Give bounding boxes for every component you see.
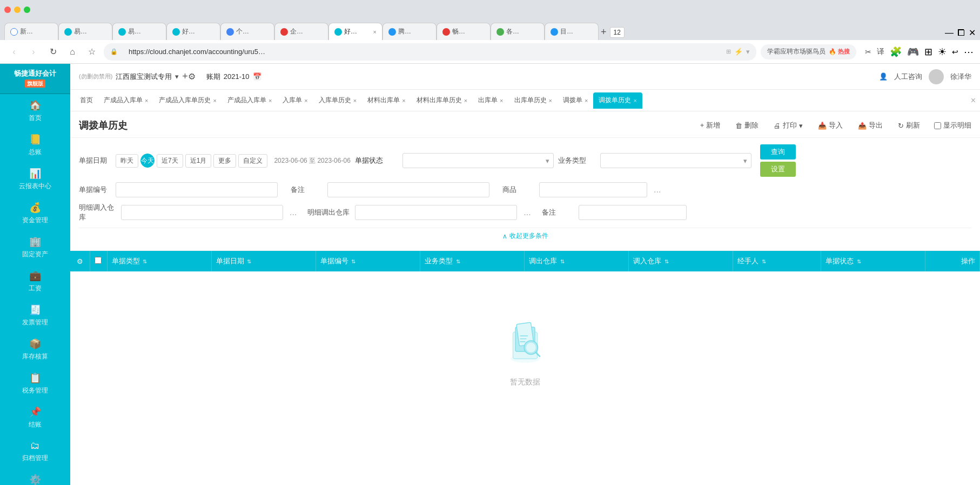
grid-view-btn[interactable]: ⊞ — [924, 46, 932, 58]
page-tab-1[interactable]: 产成品入库单 × — [98, 92, 153, 109]
out-warehouse-dots[interactable]: ... — [523, 208, 531, 217]
page-tab-5-close[interactable]: × — [353, 97, 357, 104]
remark-input[interactable] — [327, 182, 489, 197]
page-tab-4[interactable]: 入库单 × — [277, 92, 313, 109]
browser-tab-4[interactable]: 好… — [166, 23, 220, 40]
address-bar-wrap[interactable]: 🔒 ⊞ ⚡ ▾ — [104, 43, 756, 61]
browser-tab-1[interactable]: 新… — [4, 23, 58, 40]
page-tab-8[interactable]: 出库单 × — [473, 92, 508, 109]
page-tab-1-close[interactable]: × — [145, 97, 148, 104]
browser-tab-8[interactable]: 腾… — [382, 23, 437, 40]
th-handler[interactable]: 经手人 ⇅ — [733, 251, 821, 271]
th-out-warehouse[interactable]: 调出仓库 ⇅ — [525, 251, 629, 271]
browser-tab-5[interactable]: 个… — [220, 23, 274, 40]
page-tab-11[interactable]: 调拨单历史 × — [593, 92, 642, 109]
gamepad-btn[interactable]: 🎮 — [907, 46, 919, 58]
undo-btn[interactable]: ↩ — [952, 48, 958, 56]
remark2-input[interactable] — [579, 205, 687, 220]
sidebar-item-invoice[interactable]: 🧾 发票管理 — [0, 298, 70, 333]
page-tab-3[interactable]: 产成品入库单 × — [222, 92, 277, 109]
browser-tab-10[interactable]: 各… — [491, 23, 545, 40]
date-custom-btn[interactable]: 自定义 — [238, 154, 267, 168]
page-tab-7[interactable]: 材料出库单历史 × — [411, 92, 473, 109]
th-doc-date[interactable]: 单据日期 ⇅ — [211, 251, 316, 271]
maximize-btn[interactable] — [24, 6, 30, 13]
page-tab-home[interactable]: 首页 — [75, 92, 98, 109]
sidebar-item-settings[interactable]: ⚙️ 基础设置 — [0, 468, 70, 485]
date-more-btn[interactable]: 更多 — [213, 154, 236, 168]
status-select[interactable] — [402, 153, 554, 168]
date-yesterday-btn[interactable]: 昨天 — [116, 154, 138, 168]
win-minimize[interactable]: — — [945, 28, 954, 38]
tab-close-7[interactable]: × — [373, 29, 377, 35]
goods-dots[interactable]: ... — [654, 185, 661, 195]
sidebar-item-closing[interactable]: 📌 结账 — [0, 401, 70, 435]
browser-tab-3[interactable]: 易… — [112, 23, 166, 40]
print-btn[interactable]: 🖨 打印 ▾ — [768, 118, 808, 133]
browser-search-box[interactable]: 学霸应聘市场驱鸟员 🔥 热搜 — [761, 44, 856, 59]
goods-input[interactable] — [539, 182, 647, 197]
more-btn[interactable]: ⋯ — [964, 46, 974, 58]
tab-count[interactable]: 12 — [610, 27, 625, 38]
page-tab-9[interactable]: 出库单历史 × — [509, 92, 558, 109]
win-close[interactable]: ✕ — [969, 28, 976, 38]
page-tab-6[interactable]: 材料出库单 × — [362, 92, 411, 109]
browser-tab-2[interactable]: 易… — [58, 23, 112, 40]
docno-input[interactable] — [116, 182, 278, 197]
address-input[interactable] — [121, 44, 723, 60]
sidebar-item-tax[interactable]: 📋 税务管理 — [0, 367, 70, 401]
th-in-warehouse[interactable]: 调入仓库 ⇅ — [629, 251, 733, 271]
page-tab-11-close[interactable]: × — [633, 97, 636, 104]
type-select[interactable] — [600, 153, 751, 168]
gear-icon-wrap[interactable]: ⚙ — [75, 257, 85, 265]
sidebar-item-finance[interactable]: 💰 资金管理 — [0, 196, 70, 230]
browser-tab-11[interactable]: 目… — [545, 23, 599, 40]
page-tab-9-close[interactable]: × — [549, 97, 552, 104]
date-1month-btn[interactable]: 近1月 — [185, 154, 212, 168]
support-label[interactable]: 人工咨询 — [894, 72, 922, 82]
page-tab-6-close[interactable]: × — [402, 97, 405, 104]
add-company-btn[interactable]: + — [182, 71, 188, 82]
home-btn[interactable]: ⌂ — [65, 44, 80, 59]
th-doc-no[interactable]: 单据编号 ⇅ — [316, 251, 420, 271]
import-btn[interactable]: 📥 导入 — [813, 118, 848, 133]
sun-btn[interactable]: ☀ — [938, 46, 947, 58]
scissors-btn[interactable]: ✂ — [865, 48, 871, 56]
browser-tab-6[interactable]: 企… — [274, 23, 328, 40]
extensions-btn[interactable]: 🧩 — [890, 46, 902, 58]
date-7days-btn[interactable]: 近7天 — [157, 154, 183, 168]
out-warehouse-input[interactable] — [355, 205, 517, 220]
page-tab-10[interactable]: 调拨单 × — [558, 92, 593, 109]
in-warehouse-input[interactable] — [121, 205, 283, 220]
status-select-wrap[interactable] — [402, 153, 554, 168]
calendar-icon[interactable]: 📅 — [253, 72, 261, 81]
close-all-tabs-btn[interactable]: × — [971, 96, 976, 105]
close-btn[interactable] — [4, 6, 11, 13]
forward-btn[interactable]: › — [26, 44, 41, 59]
bookmark-btn[interactable]: ☆ — [84, 44, 99, 59]
company-settings-btn[interactable]: ⚙ — [188, 71, 196, 82]
win-restore[interactable]: ⧠ — [957, 28, 965, 38]
sidebar-item-assets[interactable]: 🏢 固定资产 — [0, 230, 70, 264]
th-doc-status[interactable]: 单据状态 ⇅ — [821, 251, 925, 271]
sidebar-item-ledger[interactable]: 📒 总账 — [0, 128, 70, 162]
collapse-btn[interactable]: ∧ 收起更多条件 — [502, 231, 548, 241]
back-btn[interactable]: ‹ — [6, 44, 22, 59]
query-btn[interactable]: 查询 — [760, 144, 796, 160]
new-tab-btn[interactable]: + — [601, 26, 607, 38]
sidebar-item-reports[interactable]: 📊 云报表中心 — [0, 162, 70, 196]
page-tab-2[interactable]: 产成品入库单历史 × — [153, 92, 221, 109]
page-tab-5[interactable]: 入库单历史 × — [313, 92, 362, 109]
refresh-btn[interactable]: ↻ 刷新 — [892, 118, 925, 133]
sidebar-item-home[interactable]: 🏠 首页 — [0, 94, 70, 128]
browser-tab-9[interactable]: 畅… — [437, 23, 491, 40]
setting-btn[interactable]: 设置 — [760, 162, 796, 177]
show-fields-checkbox[interactable] — [934, 122, 941, 129]
page-tab-3-close[interactable]: × — [269, 97, 272, 104]
page-tab-8-close[interactable]: × — [500, 97, 503, 104]
th-biz-type[interactable]: 业务类型 ⇅ — [420, 251, 524, 271]
date-today-btn[interactable]: 今天 — [140, 154, 155, 168]
refresh-browser-btn[interactable]: ↻ — [45, 44, 61, 59]
delete-btn[interactable]: 🗑 删除 — [730, 118, 764, 133]
page-tab-10-close[interactable]: × — [585, 97, 588, 104]
